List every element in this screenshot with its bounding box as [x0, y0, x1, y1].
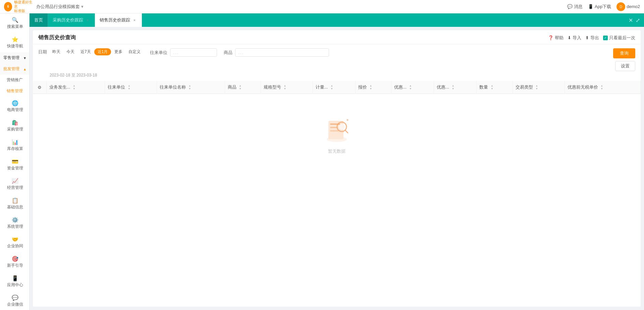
- sort-icon-quote: ▲▼: [370, 85, 372, 90]
- sort-icon-biz-date: ▲▼: [73, 85, 75, 90]
- only-last-checkbox-label[interactable]: ✓ 只看最后一次: [603, 35, 635, 41]
- operations-icon: 📈: [12, 178, 18, 184]
- ecommerce-icon: 🌐: [12, 100, 18, 106]
- date-range-row: 2023-02-18 至 2023-03-18: [38, 72, 635, 81]
- th-unit[interactable]: 计量... ▲▼: [313, 81, 355, 94]
- search-icon: 🔍: [12, 17, 18, 23]
- only-last-checkbox[interactable]: ✓: [603, 36, 608, 40]
- sort-icon-qty: ▲▼: [491, 85, 493, 90]
- import-btn[interactable]: ⬇ 导入: [568, 35, 581, 41]
- counterparty-input-placeholder: ...: [173, 50, 179, 55]
- maximize-icon[interactable]: ⤢: [636, 17, 640, 23]
- sidebar-item-purchase[interactable]: 🛍️ 采购管理: [0, 116, 29, 136]
- page-header: 销售历史价查询 ❓ 帮助 ⬇ 导入 ⬆ 导出 ✓: [33, 30, 641, 44]
- th-spec[interactable]: 规格型号 ▲▼: [261, 81, 313, 94]
- sidebar-item-marketing[interactable]: 营销推广: [0, 74, 29, 86]
- counterparty-label: 往来单位: [150, 50, 167, 56]
- th-settings[interactable]: ⚙: [33, 81, 46, 94]
- close-purchase-history-tab[interactable]: ×: [85, 18, 90, 22]
- date-tabs: 昨天 今天 近7天 近1月 更多 自定义: [50, 48, 143, 55]
- finance-icon: 💳: [12, 158, 18, 165]
- sidebar-item-search[interactable]: 🔍 搜索菜单: [0, 13, 29, 33]
- filter-product-group: 商品 ...: [224, 48, 329, 57]
- sidebar-item-finance[interactable]: 💳 资金管理: [0, 155, 29, 174]
- chevron-up-icon: ▴: [24, 67, 26, 71]
- th-trade-type[interactable]: 交易类型 ▲▼: [513, 81, 565, 94]
- top-bar-left: 6 畅捷通好生意 标准版 办公用品行业模拟账套 ▾: [4, 0, 84, 13]
- th-counterparty-name[interactable]: 往来单位名称 ▲▼: [157, 81, 225, 94]
- th-counterparty-id[interactable]: 往来单位 ▲▼: [105, 81, 157, 94]
- chevron-down-icon: ▾: [24, 56, 26, 60]
- export-icon: ⬆: [585, 35, 589, 40]
- th-discount1[interactable]: 优惠... ▲▼: [391, 81, 434, 94]
- sort-icon-pre-tax-price: ▲▼: [600, 85, 603, 90]
- empty-state: ✦ 暂无数据: [33, 94, 641, 174]
- sidebar-item-wechat[interactable]: 💬 企业微信: [0, 291, 29, 310]
- sidebar-item-guide[interactable]: 🎯 新手引导: [0, 252, 29, 272]
- date-tab-yesterday[interactable]: 昨天: [50, 48, 63, 55]
- tab-home[interactable]: 首页: [30, 13, 48, 27]
- sidebar-item-basic-info[interactable]: 📋 基础信息: [0, 194, 29, 213]
- user-menu[interactable]: D demo2: [616, 2, 640, 11]
- logo-area: 6 畅捷通好生意 标准版: [4, 0, 34, 13]
- th-pre-tax-price[interactable]: 优惠前无税单价 ▲▼: [565, 81, 640, 94]
- app-download-btn[interactable]: 📱 App下载: [588, 4, 611, 10]
- product-label: 商品: [224, 50, 232, 56]
- export-btn[interactable]: ⬆ 导出: [585, 35, 599, 41]
- help-btn[interactable]: ❓ 帮助: [548, 35, 564, 41]
- sidebar-item-operations[interactable]: 📈 经营管理: [0, 174, 29, 194]
- message-btn[interactable]: 💬 消息: [567, 4, 583, 10]
- date-tab-7days[interactable]: 近7天: [78, 48, 94, 55]
- svg-text:✦: ✦: [346, 118, 349, 122]
- settings-btn[interactable]: 设置: [615, 61, 635, 71]
- query-btn[interactable]: 查询: [613, 48, 635, 58]
- sort-icon-counterparty-name: ▲▼: [189, 85, 191, 90]
- download-icon: 📱: [588, 4, 593, 9]
- sidebar-item-sales-mgmt[interactable]: 销售管理: [0, 86, 29, 97]
- date-tab-1month[interactable]: 近1月: [94, 48, 111, 55]
- sidebar: 🔍 搜索菜单 ⭐ 快捷导航 零售管理 ▾ 批发管理 ▴ 营销推广 销售管理 🌐 …: [0, 13, 30, 310]
- empty-icon: ✦: [322, 114, 352, 144]
- sidebar-item-app-center[interactable]: 📱 应用中心: [0, 272, 29, 291]
- sidebar-item-ecommerce[interactable]: 🌐 电商管理: [0, 97, 29, 116]
- svg-rect-3: [330, 127, 337, 128]
- tab-sales-history[interactable]: 销售历史价跟踪 ×: [95, 13, 142, 27]
- empty-text: 暂无数据: [328, 148, 345, 154]
- th-discount2[interactable]: 优惠... ▲▼: [434, 81, 477, 94]
- sort-icon-product: ▲▼: [239, 85, 241, 90]
- date-label: 日期: [38, 49, 47, 55]
- counterparty-input[interactable]: ...: [170, 48, 217, 57]
- close-sales-history-tab[interactable]: ×: [132, 18, 137, 22]
- tab-purchase-history[interactable]: 采购历史价跟踪 ×: [48, 13, 95, 27]
- sort-icon-discount1: ▲▼: [409, 85, 412, 90]
- date-tab-today[interactable]: 今天: [64, 48, 77, 55]
- product-input-placeholder: ...: [238, 50, 244, 55]
- th-product[interactable]: 商品 ▲▼: [225, 81, 261, 94]
- logo-text: 畅捷通好生意 标准版: [14, 0, 34, 13]
- top-bar: 6 畅捷通好生意 标准版 办公用品行业模拟账套 ▾ 💬 消息 📱 App下载 D…: [0, 0, 644, 13]
- th-quote[interactable]: 报价 ▲▼: [355, 81, 391, 94]
- date-tab-more[interactable]: 更多: [112, 48, 125, 55]
- date-tab-custom[interactable]: 自定义: [126, 48, 143, 55]
- tab-bar: 首页 采购历史价跟踪 × 销售历史价跟踪 × ✕ ⤢: [30, 13, 644, 27]
- close-window-icon[interactable]: ✕: [629, 17, 633, 23]
- sidebar-item-wholesale-mgmt[interactable]: 批发管理 ▴: [0, 63, 29, 74]
- main-layout: 🔍 搜索菜单 ⭐ 快捷导航 零售管理 ▾ 批发管理 ▴ 营销推广 销售管理 🌐 …: [0, 13, 644, 310]
- svg-line-7: [345, 130, 348, 133]
- sidebar-item-inventory[interactable]: 📊 库存核算: [0, 136, 29, 155]
- star-icon: ⭐: [12, 36, 18, 43]
- th-qty[interactable]: 数量 ▲▼: [477, 81, 513, 94]
- settings-gear-icon[interactable]: ⚙: [38, 85, 42, 90]
- top-bar-right: 💬 消息 📱 App下载 D demo2: [567, 2, 640, 11]
- logo-icon: 6: [4, 2, 12, 11]
- data-table: ⚙ 业务发生... ▲▼ 往来单位 ▲▼ 往来单位名称: [33, 81, 641, 94]
- import-icon: ⬇: [568, 35, 571, 40]
- sidebar-item-enterprise[interactable]: 🤝 企业协同: [0, 233, 29, 252]
- sidebar-item-quick-nav[interactable]: ⭐ 快捷导航: [0, 33, 29, 52]
- product-input[interactable]: ...: [235, 48, 329, 57]
- sidebar-item-system[interactable]: ⚙️ 系统管理: [0, 213, 29, 233]
- th-biz-date[interactable]: 业务发生... ▲▼: [46, 81, 105, 94]
- sidebar-item-retail-mgmt[interactable]: 零售管理 ▾: [0, 52, 29, 63]
- dropdown-icon[interactable]: ▾: [81, 4, 84, 9]
- sort-icon-spec: ▲▼: [284, 85, 286, 90]
